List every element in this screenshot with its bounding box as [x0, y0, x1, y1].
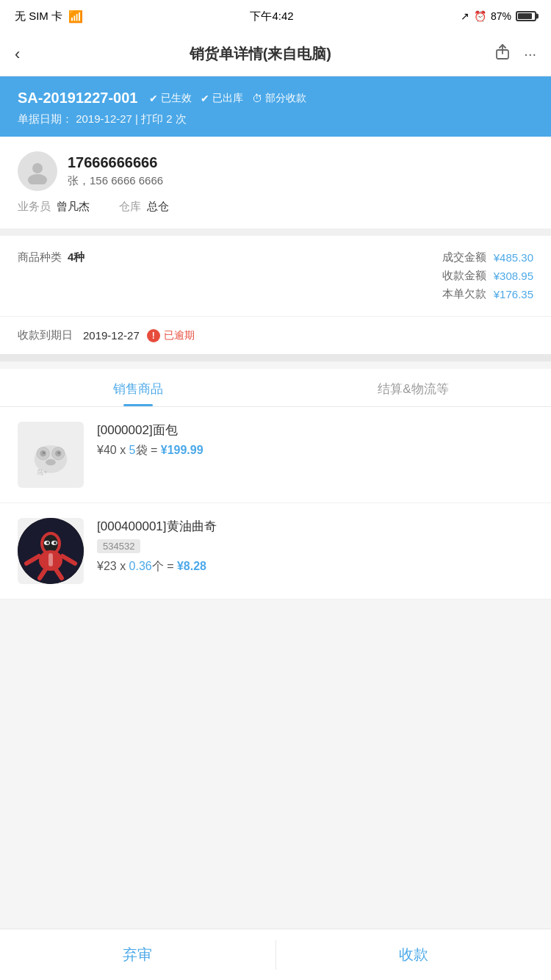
due-section: 收款到期日 2019-12-27 ! 已逾期	[0, 316, 551, 354]
warehouse: 仓库 总仓	[119, 200, 169, 214]
more-icon[interactable]: ···	[524, 46, 536, 62]
order-date: 2019-12-27	[76, 112, 132, 125]
product-thumbnail-2	[18, 518, 84, 584]
alarm-icon: ⏰	[474, 10, 486, 22]
summary-left: 商品种类 4种	[18, 251, 84, 264]
print-info: | 打印 2 次	[135, 112, 187, 125]
sales-rep: 业务员 曾凡杰	[18, 200, 90, 214]
check-icon-1: ✔	[149, 93, 158, 104]
wifi-icon: 📶	[68, 10, 83, 24]
order-status-badges: ✔ 已生效 ✔ 已出库 ⏱ 部分收款	[149, 92, 306, 105]
svg-text:鸟+: 鸟+	[37, 468, 48, 476]
battery-icon	[516, 11, 536, 21]
tabs-bar: 销售商品 结算&物流等	[0, 369, 551, 407]
debt-amount-row: 本单欠款 ¥176.35	[442, 287, 533, 301]
location-icon: ↗	[461, 10, 469, 22]
summary-row: 商品种类 4种 成交金额 ¥485.30 收款金额 ¥308.95 本单欠款 ¥…	[18, 251, 533, 301]
deal-amount-row: 成交金额 ¥485.30	[442, 251, 533, 264]
battery-percent: 87%	[491, 10, 511, 22]
summary-right: 成交金额 ¥485.30 收款金额 ¥308.95 本单欠款 ¥176.35	[442, 251, 533, 301]
avatar	[18, 151, 57, 191]
svg-rect-25	[48, 553, 53, 566]
debt-value: ¥176.35	[494, 288, 533, 300]
sales-rep-value: 曾凡杰	[57, 200, 90, 214]
tabs-section: 销售商品 结算&物流等 鸟+	[0, 361, 551, 599]
svg-point-19	[54, 541, 57, 544]
status-partial-label: 部分收款	[265, 92, 306, 105]
status-activated-label: 已生效	[161, 92, 192, 105]
product-item: [000400001]黄油曲奇 534532 ¥23 x 0.36个 = ¥8.…	[0, 503, 551, 599]
tab-sales-products[interactable]: 销售商品	[0, 369, 276, 406]
page-title: 销货单详情(来自电脑)	[26, 44, 494, 64]
divider-2	[0, 354, 551, 361]
customer-section: 17666666666 张，156 6666 6666 业务员 曾凡杰 仓库 总…	[0, 137, 551, 228]
status-shipped-label: 已出库	[212, 92, 243, 105]
product-info-2: [000400001]黄油曲奇 534532 ¥23 x 0.36个 = ¥8.…	[97, 518, 533, 574]
product-info-1: [0000002]面包 ¥40 x 5袋 = ¥199.99	[97, 422, 533, 458]
product-types-count: 4种	[68, 251, 84, 264]
carrier-text: 无 SIM 卡	[15, 10, 62, 24]
status-bar: 无 SIM 卡 📶 下午4:42 ↗ ⏰ 87%	[0, 0, 551, 32]
order-id: SA-20191227-001	[18, 90, 137, 107]
status-time: 下午4:42	[250, 10, 293, 24]
svg-point-2	[32, 163, 43, 173]
deal-amount-value: ¥485.30	[494, 251, 533, 264]
product-name-2: [000400001]黄油曲奇	[97, 518, 533, 535]
svg-point-3	[28, 174, 47, 184]
overdue-text: 已逾期	[164, 329, 195, 342]
svg-point-9	[43, 452, 45, 454]
status-left: 无 SIM 卡 📶	[15, 10, 83, 24]
deal-amount-label: 成交金额	[442, 251, 486, 264]
back-button[interactable]: ‹	[15, 39, 26, 70]
overdue-icon: !	[147, 329, 160, 342]
warehouse-label: 仓库	[119, 200, 141, 214]
customer-phone: 17666666666	[68, 154, 533, 171]
nav-bar: ‹ 销货单详情(来自电脑) ···	[0, 32, 551, 76]
product-types: 商品种类 4种	[18, 251, 84, 264]
status-right: ↗ ⏰ 87%	[461, 10, 536, 22]
svg-point-18	[46, 541, 49, 544]
cancel-button[interactable]: 弃审	[0, 929, 276, 980]
summary-section: 商品种类 4种 成交金额 ¥485.30 收款金额 ¥308.95 本单欠款 ¥…	[0, 236, 551, 316]
product-name-1: [0000002]面包	[97, 422, 533, 439]
share-icon[interactable]	[494, 44, 511, 64]
confirm-button[interactable]: 收款	[276, 929, 552, 980]
customer-row: 17666666666 张，156 6666 6666	[18, 151, 533, 191]
svg-point-11	[46, 459, 56, 466]
tab-settlement[interactable]: 结算&物流等	[276, 369, 551, 406]
collected-amount-row: 收款金额 ¥308.95	[442, 269, 533, 283]
debt-label: 本单欠款	[442, 287, 486, 301]
sales-rep-label: 业务员	[18, 200, 51, 214]
product-types-label: 商品种类	[18, 251, 62, 264]
collected-label: 收款金额	[442, 269, 486, 283]
product-list: 鸟+ [0000002]面包 ¥40 x 5袋 = ¥199.99	[0, 407, 551, 599]
order-header: SA-20191227-001 ✔ 已生效 ✔ 已出库 ⏱ 部分收款 单据日期：…	[0, 76, 551, 137]
customer-name-mobile: 张，156 6666 6666	[68, 174, 533, 188]
clock-icon: ⏱	[252, 93, 262, 104]
bottom-bar: 弃审 收款	[0, 929, 551, 980]
check-icon-2: ✔	[201, 93, 209, 104]
due-date-value: 2019-12-27	[83, 329, 140, 342]
product-price-1: ¥40 x 5袋 = ¥199.99	[97, 443, 533, 458]
divider-1	[0, 228, 551, 236]
product-tag-2: 534532	[97, 539, 140, 553]
nav-actions: ···	[494, 44, 536, 64]
tab-sales-products-label: 销售商品	[113, 382, 163, 396]
customer-info: 17666666666 张，156 6666 6666	[68, 154, 533, 188]
product-price-2: ¥23 x 0.36个 = ¥8.28	[97, 559, 533, 574]
product-item: 鸟+ [0000002]面包 ¥40 x 5袋 = ¥199.99	[0, 407, 551, 503]
product-circle-image	[18, 518, 84, 584]
product-thumbnail-1: 鸟+	[18, 422, 84, 488]
status-shipped: ✔ 已出库	[201, 92, 243, 105]
status-partial: ⏱ 部分收款	[252, 92, 306, 105]
due-date-label: 收款到期日	[18, 328, 73, 342]
collected-value: ¥308.95	[494, 270, 533, 282]
tab-settlement-label: 结算&物流等	[378, 382, 448, 396]
overdue-badge: ! 已逾期	[147, 329, 195, 342]
warehouse-value: 总仓	[147, 200, 169, 214]
date-label: 单据日期：	[18, 112, 73, 125]
customer-meta: 业务员 曾凡杰 仓库 总仓	[18, 200, 533, 214]
status-activated: ✔ 已生效	[149, 92, 192, 105]
svg-point-10	[57, 452, 60, 454]
order-date-row: 单据日期： 2019-12-27 | 打印 2 次	[18, 112, 533, 126]
